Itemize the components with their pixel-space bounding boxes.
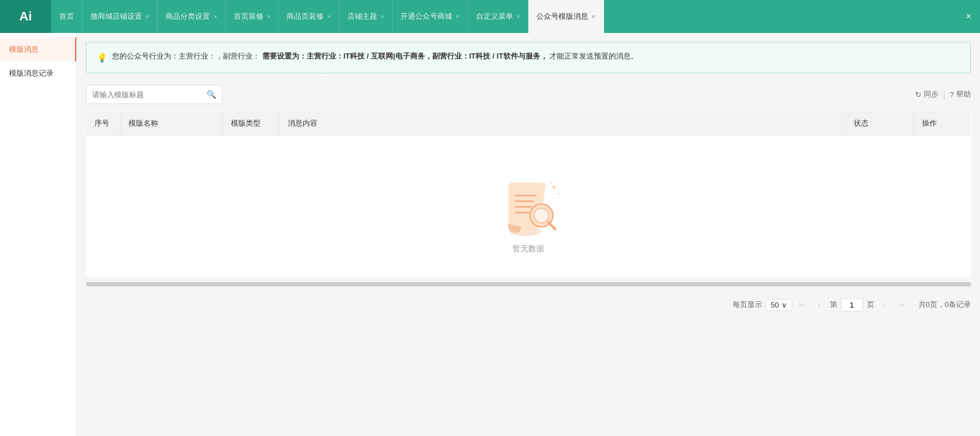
content-area: 💡 您的公众号行业为：主营行业：，副营行业： 需要设置为：主营行业：IT科技 /… (77, 33, 980, 436)
toolbar-right: ↻ 同步 | ? 帮助 (915, 89, 971, 99)
chevron-down-icon: ∨ (781, 301, 787, 309)
main-layout: 模版消息 模版消息记录 💡 您的公众号行业为：主营行业：，副营行业： 需要设置为… (0, 33, 980, 436)
col-header-content: 消息内容 (280, 111, 846, 136)
table-empty-row: 暂无数据 (86, 136, 971, 277)
close-tab-shop-theme[interactable]: × (381, 13, 384, 20)
close-tab-custom-menu[interactable]: × (516, 13, 520, 20)
tab-product-decor[interactable]: 商品页装修 × (279, 0, 339, 33)
page-prev-button[interactable]: ‹ (813, 298, 826, 312)
page-size-select[interactable]: 50 ∨ (766, 299, 792, 311)
tab-shop-theme[interactable]: 店铺主题 × (340, 0, 392, 33)
close-tab-shop-settings[interactable]: × (146, 13, 149, 20)
svg-point-8 (552, 185, 556, 189)
empty-state: 暂无数据 (86, 136, 970, 277)
empty-illustration (491, 170, 565, 244)
notice-box: 💡 您的公众号行业为：主营行业：，副营行业： 需要设置为：主营行业：IT科技 /… (86, 42, 971, 73)
tab-open-mall[interactable]: 开通公众号商城 × (392, 0, 468, 33)
svg-point-9 (557, 193, 560, 195)
sidebar: 模版消息 模版消息记录 (0, 33, 77, 436)
page-number-input[interactable] (841, 298, 863, 312)
pagination: 每页显示 50 ∨ ⊢ ‹ 第 页 › ⊣ 共0页，0条记录 (86, 293, 971, 316)
tab-category-settings[interactable]: 商品分类设置 × (158, 0, 225, 33)
search-input[interactable] (92, 90, 206, 99)
table-scrollbar[interactable] (86, 282, 971, 286)
notice-icon: 💡 (97, 51, 107, 65)
nav-tabs: 首页 微商城店铺设置 × 商品分类设置 × 首页装修 × 商品页装修 × 店铺主… (51, 0, 957, 33)
col-header-status: 状态 (846, 111, 914, 136)
tab-shop-settings[interactable]: 微商城店铺设置 × (82, 0, 158, 33)
search-bar: 🔍 ↻ 同步 | ? 帮助 (86, 85, 971, 104)
table-header-row: 序号 模版名称 模版类型 消息内容 状态 操作 (86, 111, 971, 136)
page-size-label: 每页显示 (733, 300, 762, 310)
close-tab-product-decor[interactable]: × (327, 13, 330, 20)
search-input-wrap: 🔍 (86, 85, 222, 104)
close-tab-home-decor[interactable]: × (267, 13, 270, 20)
col-header-type: 模版类型 (223, 111, 280, 136)
empty-text: 暂无数据 (512, 244, 544, 254)
col-header-index: 序号 (86, 111, 121, 136)
scrollbar-thumb (86, 282, 971, 286)
total-info: 共0页，0条记录 (919, 300, 971, 310)
svg-point-10 (550, 181, 552, 184)
page-first-button[interactable]: ⊢ (796, 298, 809, 312)
page-next-button[interactable]: › (878, 298, 891, 312)
close-all-tabs[interactable]: × (957, 0, 980, 33)
page-last-button[interactable]: ⊣ (895, 298, 908, 312)
tab-custom-menu[interactable]: 自定义菜单 × (468, 0, 528, 33)
search-button[interactable]: 🔍 (206, 90, 216, 99)
close-tab-category-settings[interactable]: × (213, 13, 217, 20)
close-tab-open-mall[interactable]: × (456, 13, 459, 20)
help-icon: ? (950, 90, 954, 99)
col-header-name: 模版名称 (121, 111, 223, 136)
page-label-pre: 第 (830, 300, 837, 310)
svg-point-6 (534, 208, 549, 223)
top-nav: Ai 首页 微商城店铺设置 × 商品分类设置 × 首页装修 × 商品页装修 × … (0, 0, 980, 33)
sidebar-item-template-msg[interactable]: 模版消息 (0, 38, 76, 61)
page-label-post: 页 (867, 300, 874, 310)
sync-button[interactable]: ↻ 同步 (915, 89, 938, 99)
close-tab-template-msg[interactable]: × (592, 13, 595, 20)
toolbar-divider: | (943, 90, 945, 99)
col-header-action: 操作 (914, 111, 971, 136)
sidebar-item-template-msg-log[interactable]: 模版消息记录 (0, 61, 76, 85)
app-logo: Ai (0, 0, 51, 33)
data-table: 序号 模版名称 模版类型 消息内容 状态 操作 (86, 111, 971, 277)
tab-home[interactable]: 首页 (51, 0, 82, 33)
help-button[interactable]: ? 帮助 (950, 89, 971, 99)
notice-text: 您的公众号行业为：主营行业：，副营行业： 需要设置为：主营行业：IT科技 / 互… (112, 51, 638, 63)
tab-home-decor[interactable]: 首页装修 × (226, 0, 279, 33)
tab-template-msg[interactable]: 公众号模版消息 × (528, 0, 603, 33)
svg-line-7 (548, 222, 555, 229)
refresh-icon: ↻ (915, 90, 921, 99)
